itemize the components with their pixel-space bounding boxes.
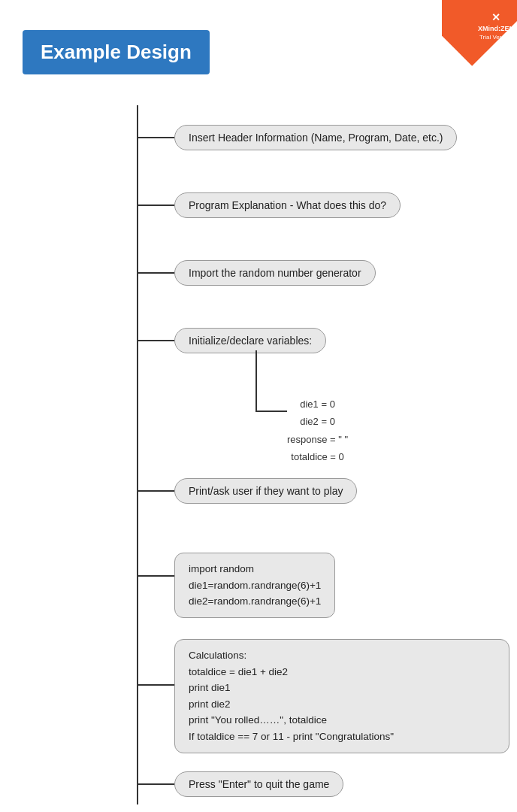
sub-line-vars	[255, 350, 257, 411]
brand-name: XMind:ZEN	[478, 25, 514, 34]
page-title: Example Design	[41, 41, 192, 63]
node-initialize: Initialize/declare variables:	[174, 328, 326, 353]
title-box: Example Design	[23, 30, 210, 74]
node-variables: die1 = 0 die2 = 0 response = " " totaldi…	[287, 395, 348, 466]
connector-node8	[137, 783, 174, 785]
xmind-icon: ✕	[478, 11, 514, 24]
node-calculations: Calculations: totaldice = die1 + die2 pr…	[174, 639, 509, 753]
trial-label: Trial Version	[478, 34, 514, 41]
connector-node5	[137, 490, 174, 492]
connector-node6	[137, 575, 174, 577]
xmind-badge: ✕ XMind:ZEN Trial Version	[442, 0, 517, 75]
node-print-ask: Print/ask user if they want to play	[174, 478, 357, 504]
connector-node2	[137, 205, 174, 206]
sub-connector-vars	[255, 411, 287, 412]
diagram: Insert Header Information (Name, Program…	[0, 98, 517, 812]
trunk-line	[137, 105, 138, 804]
node-insert-header: Insert Header Information (Name, Program…	[174, 125, 457, 150]
node-import-random: Import the random number generator	[174, 260, 376, 286]
connector-node4	[137, 340, 174, 341]
connector-node3	[137, 272, 174, 274]
connector-node7	[137, 684, 174, 686]
connector-node1	[137, 137, 174, 138]
node-program-explanation: Program Explanation - What does this do?	[174, 192, 401, 218]
node-import-random-code: import random die1=random.randrange(6)+1…	[174, 553, 335, 618]
node-press-enter: Press "Enter" to quit the game	[174, 771, 343, 797]
